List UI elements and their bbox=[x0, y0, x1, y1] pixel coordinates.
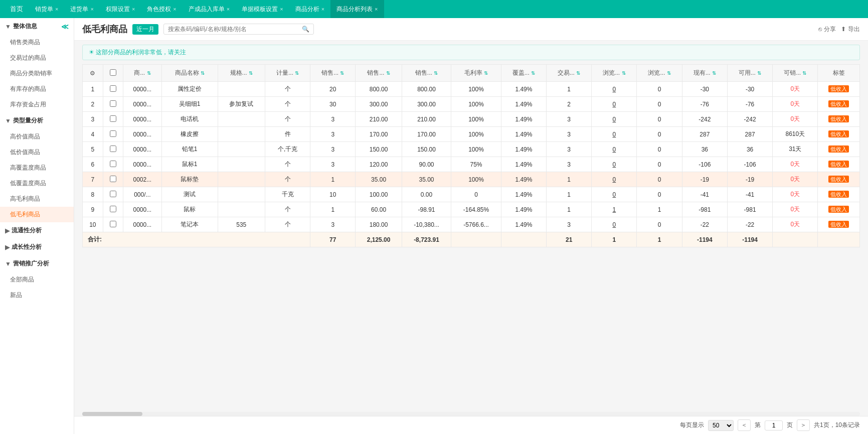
share-button[interactable]: ⎋ 分享 bbox=[818, 25, 836, 34]
row-checkbox[interactable] bbox=[103, 112, 123, 127]
col-sales-qty[interactable]: 销售... ⇅ bbox=[310, 65, 356, 82]
row-browse1[interactable]: 0 bbox=[592, 112, 637, 127]
row-browse1[interactable]: 0 bbox=[592, 82, 637, 97]
row-checkbox[interactable] bbox=[103, 82, 123, 97]
close-icon[interactable]: × bbox=[55, 6, 58, 12]
row-select-checkbox[interactable] bbox=[110, 146, 116, 152]
col-name[interactable]: 商品名称 ⇅ bbox=[161, 65, 218, 82]
search-input[interactable] bbox=[168, 26, 302, 33]
sidebar-item-traded-goods[interactable]: 交易过的商品 bbox=[0, 50, 74, 66]
row-browse1[interactable]: 1 bbox=[592, 202, 637, 217]
sidebar-item-high-value[interactable]: 高价值商品 bbox=[0, 129, 74, 144]
row-select-checkbox[interactable] bbox=[110, 176, 116, 182]
sidebar-item-low-coverage[interactable]: 低覆盖度商品 bbox=[0, 176, 74, 191]
row-checkbox[interactable] bbox=[103, 172, 123, 187]
row-browse1[interactable]: 0 bbox=[592, 172, 637, 187]
row-browse1[interactable]: 0 bbox=[592, 187, 637, 202]
row-checkbox[interactable] bbox=[103, 97, 123, 112]
sidebar-item-category-rate[interactable]: 商品分类助销率 bbox=[0, 66, 74, 81]
nav-product-analysis-list[interactable]: 商品分析列表 × bbox=[330, 0, 384, 18]
row-coverage: 1.49% bbox=[501, 172, 546, 187]
close-icon[interactable]: × bbox=[280, 6, 283, 12]
col-stock-current[interactable]: 现有... ⇅ bbox=[682, 65, 727, 82]
nav-product-entry[interactable]: 产成品入库单 × bbox=[183, 0, 236, 18]
sidebar-item-low-margin[interactable]: 低毛利商品 bbox=[0, 207, 74, 222]
nav-purchase-order[interactable]: 进货单 × bbox=[64, 0, 99, 18]
col-tag[interactable]: 标签 bbox=[818, 65, 860, 82]
sidebar-group-overall[interactable]: ▼ 整体信息 ≪ bbox=[0, 18, 74, 35]
search-icon[interactable]: 🔍 bbox=[302, 26, 309, 33]
prev-page-button[interactable]: ＜ bbox=[738, 419, 751, 431]
row-tag: 低收入 bbox=[818, 157, 860, 172]
page-size-select[interactable]: 50 100 200 bbox=[708, 420, 734, 431]
nav-permission-settings[interactable]: 权限设置 × bbox=[100, 0, 141, 18]
sidebar-group-type-analysis[interactable]: ▼ 类型量分析 bbox=[0, 112, 74, 129]
scroll-thumb[interactable] bbox=[82, 412, 142, 416]
sidebar-item-sales-goods[interactable]: 销售类商品 bbox=[0, 35, 74, 50]
row-select-checkbox[interactable] bbox=[110, 85, 116, 92]
sidebar-group-marketing[interactable]: ▼ 营销推广分析 bbox=[0, 255, 74, 272]
sidebar-item-high-coverage[interactable]: 高覆盖度商品 bbox=[0, 160, 74, 176]
col-browse2[interactable]: 浏览... ⇅ bbox=[637, 65, 682, 82]
col-gross-margin[interactable]: 毛利率 ⇅ bbox=[451, 65, 501, 82]
row-checkbox[interactable] bbox=[103, 157, 123, 172]
nav-role-auth[interactable]: 角色授权 × bbox=[141, 0, 182, 18]
row-browse1[interactable]: 0 bbox=[592, 142, 637, 157]
sidebar-item-stock-goods[interactable]: 有库存的商品 bbox=[0, 81, 74, 97]
col-unit[interactable]: 计量... ⇅ bbox=[265, 65, 310, 82]
row-browse1[interactable]: 0 bbox=[592, 217, 637, 232]
close-icon[interactable]: × bbox=[173, 6, 176, 12]
sidebar-item-stock-capital[interactable]: 库存资金占用 bbox=[0, 97, 74, 112]
sidebar-item-low-value[interactable]: 低价值商品 bbox=[0, 144, 74, 160]
col-checkbox[interactable] bbox=[103, 65, 123, 82]
nav-template-settings[interactable]: 单据模板设置 × bbox=[236, 0, 289, 18]
next-page-button[interactable]: ＞ bbox=[797, 419, 810, 431]
sidebar-item-high-margin[interactable]: 高毛利商品 bbox=[0, 191, 74, 207]
row-browse1[interactable]: 0 bbox=[592, 127, 637, 142]
col-settings[interactable]: ⚙ bbox=[83, 65, 103, 82]
col-sales-amount[interactable]: 销售... ⇅ bbox=[402, 65, 451, 82]
row-select-checkbox[interactable] bbox=[110, 206, 116, 212]
sidebar-group-growth[interactable]: ▶ 成长性分析 bbox=[0, 239, 74, 255]
col-transaction[interactable]: 交易... ⇅ bbox=[547, 65, 592, 82]
col-coverage[interactable]: 覆盖... ⇅ bbox=[501, 65, 546, 82]
row-select-checkbox[interactable] bbox=[110, 191, 116, 197]
col-stock-sellable[interactable]: 可销... ⇅ bbox=[773, 65, 818, 82]
row-select-checkbox[interactable] bbox=[110, 161, 116, 167]
col-browse1[interactable]: 浏览... ⇅ bbox=[592, 65, 637, 82]
row-checkbox[interactable] bbox=[103, 187, 123, 202]
col-sales-price[interactable]: 销售... ⇅ bbox=[356, 65, 402, 82]
page-number-input[interactable] bbox=[765, 420, 783, 430]
col-spec[interactable]: 规格... ⇅ bbox=[218, 65, 265, 82]
nav-sales-order[interactable]: 销货单 × bbox=[29, 0, 64, 18]
sidebar-group-liquidity[interactable]: ▶ 流通性分析 bbox=[0, 222, 74, 239]
search-box[interactable]: 🔍 bbox=[163, 24, 314, 35]
row-stock-sellable: 0天 bbox=[773, 97, 818, 112]
row-checkbox[interactable] bbox=[103, 202, 123, 217]
nav-product-analysis[interactable]: 商品分析 × bbox=[289, 0, 330, 18]
sidebar-item-new-goods[interactable]: 新品 bbox=[0, 287, 74, 303]
col-code[interactable]: 商... ⇅ bbox=[123, 65, 161, 82]
row-checkbox[interactable] bbox=[103, 142, 123, 157]
close-icon[interactable]: × bbox=[132, 6, 135, 12]
row-select-checkbox[interactable] bbox=[110, 100, 116, 107]
date-badge[interactable]: 近一月 bbox=[132, 24, 158, 35]
row-browse1[interactable]: 0 bbox=[592, 97, 637, 112]
close-icon[interactable]: × bbox=[227, 6, 230, 12]
select-all-checkbox[interactable] bbox=[110, 69, 116, 76]
row-browse1[interactable]: 0 bbox=[592, 157, 637, 172]
horizontal-scrollbar[interactable] bbox=[82, 412, 860, 416]
nav-home[interactable]: 首页 bbox=[4, 0, 29, 18]
row-select-checkbox[interactable] bbox=[110, 221, 116, 227]
export-button[interactable]: ⬆ 导出 bbox=[841, 25, 860, 34]
row-checkbox[interactable] bbox=[103, 217, 123, 232]
row-select-checkbox[interactable] bbox=[110, 130, 116, 137]
close-icon[interactable]: × bbox=[321, 6, 324, 12]
col-stock-available[interactable]: 可用... ⇅ bbox=[727, 65, 772, 82]
close-icon[interactable]: × bbox=[375, 6, 378, 12]
notice-icon: ☀ bbox=[89, 49, 94, 56]
row-checkbox[interactable] bbox=[103, 127, 123, 142]
close-icon[interactable]: × bbox=[90, 6, 93, 12]
sidebar-item-all-goods[interactable]: 全部商品 bbox=[0, 272, 74, 287]
row-select-checkbox[interactable] bbox=[110, 115, 116, 122]
